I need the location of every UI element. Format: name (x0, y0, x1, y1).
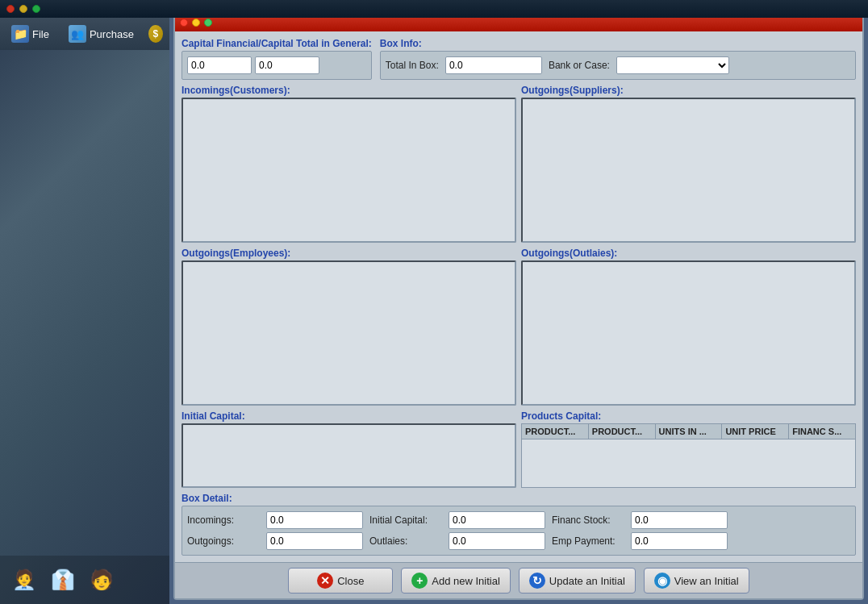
top-row: Capital Financial/Capital Total in Gener… (182, 38, 856, 80)
bank-or-case-select[interactable] (616, 56, 729, 74)
close-icon: ✕ (317, 573, 333, 589)
outgoings-employees-label: Outgoings(Employees): (182, 248, 516, 259)
initial-capital-field-input[interactable] (449, 511, 545, 529)
dialog-body: Capital Financial/Capital Total in Gener… (175, 31, 862, 562)
col-financ: FINANC S... (789, 424, 855, 439)
initial-capital-listbox[interactable] (182, 423, 516, 488)
close-button[interactable]: ✕ Close (288, 568, 393, 594)
person-icon-1: 🧑‍💼 (8, 564, 40, 596)
purchase-menu-label: Purchase (90, 28, 134, 40)
box-detail-fields: Incomings: Initial Capital: Financ Stock… (182, 506, 856, 556)
outgoings-suppliers-section: Outgoings(Suppliers): (521, 85, 856, 243)
bottom-icons-bar: 🧑‍💼 👔 🧑 (0, 556, 169, 604)
products-capital-label: Products Capital: (521, 410, 856, 422)
add-icon: + (411, 573, 428, 589)
dialog-minimize-dot[interactable] (192, 19, 200, 27)
background-panel (0, 0, 169, 604)
view-button-label: View an Initial (674, 575, 739, 587)
update-initial-button[interactable]: ↻ Update an Initial (519, 568, 636, 594)
box-info-row: Total In Box: Bank or Case: (380, 51, 856, 80)
products-capital-section: Products Capital: PRODUCT... PRODUCT... … (521, 410, 856, 488)
add-initial-button[interactable]: + Add new Initial (401, 568, 511, 594)
emp-payment-input[interactable] (631, 532, 728, 550)
purchase-menu-item[interactable]: 👥 Purchase (64, 22, 139, 46)
incomings-field-label: Incomings: (187, 514, 260, 526)
financ-stock-input[interactable] (631, 511, 728, 529)
products-table-header: PRODUCT... PRODUCT... UNITS IN ... UNIT … (521, 423, 856, 439)
capital-section: Capital Financial/Capital Total in Gener… (182, 38, 372, 80)
file-menu-item[interactable]: 📁 File (6, 22, 54, 46)
close-button-label: Close (337, 575, 364, 587)
outgoings-suppliers-listbox[interactable] (521, 98, 856, 243)
purchase-icon: 👥 (69, 25, 86, 43)
sections-grid: Incomings(Customers): Outgoings(Supplier… (182, 85, 856, 406)
bank-or-case-label: Bank or Case: (549, 60, 610, 71)
total-in-box-input[interactable] (445, 56, 542, 74)
capital-section-label: Capital Financial/Capital Total in Gener… (182, 38, 372, 49)
box-info-section: Box Info: Total In Box: Bank or Case: (380, 38, 856, 80)
incomings-field-input[interactable] (266, 511, 363, 529)
main-dialog: Capital Financial/Capital Total in Gener… (173, 12, 864, 600)
file-icon: 📁 (11, 25, 29, 43)
outlaies-input[interactable] (449, 532, 545, 550)
person-icon-3: 🧑 (86, 564, 118, 596)
initial-capital-field-label: Initial Capital: (369, 514, 442, 526)
money-icon: $ (148, 25, 163, 43)
update-icon: ↻ (529, 573, 545, 589)
outgoings-suppliers-label: Outgoings(Suppliers): (521, 85, 856, 96)
financ-stock-label: Financ Stock: (552, 514, 624, 526)
initial-capital-label: Initial Capital: (182, 410, 516, 422)
col-product1: PRODUCT... (522, 424, 589, 439)
dialog-close-dot[interactable] (180, 19, 188, 27)
box-info-label: Box Info: (380, 38, 856, 49)
outgoings-field-label: Outgoings: (187, 535, 260, 547)
outgoings-outlaies-section: Outgoings(Outlaies): (521, 248, 856, 406)
outgoings-field-input[interactable] (266, 532, 363, 550)
menu-bar: 📁 File 👥 Purchase $ (0, 18, 169, 50)
initial-capital-section: Initial Capital: (182, 410, 516, 488)
col-product2: PRODUCT... (589, 424, 656, 439)
add-button-label: Add new Initial (432, 575, 500, 587)
view-initial-button[interactable]: ◉ View an Initial (644, 568, 749, 594)
view-icon: ◉ (654, 573, 670, 589)
file-menu-label: File (32, 28, 49, 40)
capital-value2-input[interactable] (255, 56, 319, 74)
box-detail-container: Box Detail: Incomings: Initial Capital: … (182, 493, 856, 556)
box-detail-row-1: Incomings: Initial Capital: Financ Stock… (187, 511, 850, 529)
incomings-customers-section: Incomings(Customers): (182, 85, 516, 243)
col-unit-price: UNIT PRICE (722, 424, 789, 439)
col-units: UNITS IN ... (656, 424, 723, 439)
maximize-dot[interactable] (32, 5, 40, 13)
update-button-label: Update an Initial (549, 575, 625, 587)
bottom-sections: Initial Capital: Products Capital: PRODU… (182, 410, 856, 488)
person-icon-2: 👔 (47, 564, 79, 596)
capital-inputs-container (182, 51, 372, 80)
outgoings-employees-section: Outgoings(Employees): (182, 248, 516, 406)
box-detail-row-2: Outgoings: Outlaies: Emp Payment: (187, 532, 850, 550)
top-bar (0, 0, 868, 18)
products-table-body[interactable] (521, 439, 856, 488)
outgoings-outlaies-label: Outgoings(Outlaies): (521, 248, 856, 259)
incomings-customers-listbox[interactable] (182, 98, 516, 243)
box-detail-label: Box Detail: (182, 493, 856, 504)
outgoings-outlaies-listbox[interactable] (521, 260, 856, 406)
total-in-box-label: Total In Box: (386, 60, 439, 71)
incomings-customers-label: Incomings(Customers): (182, 85, 516, 96)
minimize-dot[interactable] (19, 5, 27, 13)
button-bar: ✕ Close + Add new Initial ↻ Update an In… (175, 562, 862, 598)
outgoings-employees-listbox[interactable] (182, 260, 516, 406)
outlaies-label: Outlaies: (369, 535, 442, 547)
dialog-maximize-dot[interactable] (204, 19, 212, 27)
emp-payment-label: Emp Payment: (552, 535, 624, 547)
close-dot[interactable] (6, 5, 15, 13)
capital-value1-input[interactable] (187, 56, 252, 74)
